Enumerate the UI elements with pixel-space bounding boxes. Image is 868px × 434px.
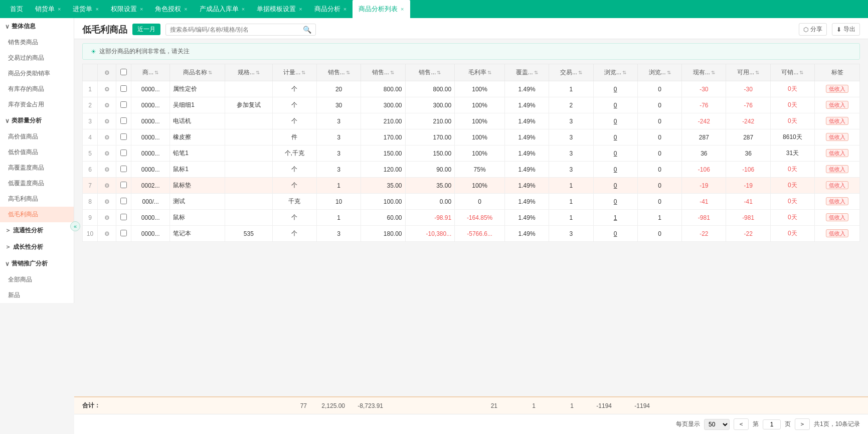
row-gear[interactable]: ⚙: [98, 194, 116, 210]
close-icon[interactable]: ×: [299, 6, 302, 12]
sidebar-wrapper: ∨ 整体信息 销售类商品 交易过的商品 商品分类助销率 有库存的商品 库存资金占…: [0, 18, 74, 434]
search-input[interactable]: [170, 26, 303, 33]
sidebar-item-traded-goods[interactable]: 交易过的商品: [0, 50, 74, 66]
row-current-stock: -76: [682, 97, 726, 113]
nav-item-template[interactable]: 单据模板设置 ×: [251, 0, 308, 18]
row-gear[interactable]: ⚙: [98, 81, 116, 97]
row-current-stock: -242: [682, 113, 726, 129]
sidebar-group-flow[interactable]: ＞ 流通性分析: [0, 222, 74, 239]
row-code: 0000...: [131, 226, 170, 242]
page-label: 第: [753, 420, 759, 428]
total-views2: 1: [544, 402, 574, 409]
row-checkbox[interactable]: [116, 146, 131, 162]
row-gear[interactable]: ⚙: [98, 178, 116, 194]
row-current-stock: -30: [682, 81, 726, 97]
row-unit: 千克: [272, 194, 316, 210]
sidebar-item-high-margin[interactable]: 高毛利商品: [0, 191, 74, 207]
sidebar-item-stocked-goods[interactable]: 有库存的商品: [0, 81, 74, 97]
sidebar-item-all-goods[interactable]: 全部商品: [0, 272, 74, 287]
page-end-label: 页: [785, 420, 791, 428]
row-checkbox[interactable]: [116, 81, 131, 97]
nav-item-home[interactable]: 首页: [4, 0, 29, 18]
row-saleable: 0天: [770, 210, 814, 226]
next-page-button[interactable]: ＞: [795, 418, 810, 430]
nav-item-analysis[interactable]: 商品分析 ×: [308, 0, 353, 18]
time-filter-button[interactable]: 近一月: [132, 24, 160, 35]
close-icon[interactable]: ×: [184, 6, 187, 12]
close-icon[interactable]: ×: [343, 6, 346, 12]
sidebar-group-growth[interactable]: ＞ 成长性分析: [0, 239, 74, 255]
nav-item-purchase[interactable]: 进货单 ×: [67, 0, 104, 18]
unit-column-header: 计量...⇅: [272, 64, 316, 81]
row-gear[interactable]: ⚙: [98, 210, 116, 226]
row-gear[interactable]: ⚙: [98, 113, 116, 129]
share-button[interactable]: ⬡ 分享: [799, 23, 827, 36]
row-gear[interactable]: ⚙: [98, 129, 116, 146]
row-number: 2: [83, 97, 98, 113]
settings-column-header[interactable]: ⚙: [98, 64, 116, 81]
row-unit: 个: [272, 178, 316, 194]
search-icon[interactable]: 🔍: [303, 26, 311, 34]
row-spec: [225, 113, 272, 129]
checkbox-column-header[interactable]: [116, 64, 131, 81]
row-checkbox[interactable]: [116, 226, 131, 242]
close-icon[interactable]: ×: [58, 6, 61, 12]
row-gear[interactable]: ⚙: [98, 162, 116, 178]
nav-item-permission[interactable]: 权限设置 ×: [105, 0, 149, 18]
sidebar-item-high-coverage[interactable]: 高覆盖度商品: [0, 160, 74, 176]
gross-margin-column-header: 毛利率⇅: [455, 64, 505, 81]
row-coverage: 1.49%: [504, 178, 549, 194]
close-icon[interactable]: ×: [95, 6, 98, 12]
code-column-header: 商...⇅: [131, 64, 170, 81]
sidebar-collapse-button[interactable]: «: [70, 221, 80, 231]
close-icon[interactable]: ×: [242, 6, 245, 12]
row-gear[interactable]: ⚙: [98, 226, 116, 242]
page-title: 低毛利商品: [82, 24, 127, 36]
sidebar-item-low-value[interactable]: 低价值商品: [0, 144, 74, 160]
total-available: -1194: [620, 402, 650, 409]
sidebar-item-low-margin[interactable]: 低毛利商品: [0, 207, 74, 222]
close-icon[interactable]: ×: [401, 6, 404, 12]
row-checkbox[interactable]: [116, 97, 131, 113]
row-available: -41: [726, 194, 770, 210]
sidebar-item-new-goods[interactable]: 新品: [0, 287, 74, 303]
nav-item-role[interactable]: 角色授权 ×: [149, 0, 193, 18]
row-spec: [225, 210, 272, 226]
row-views1: 0: [593, 81, 637, 97]
row-checkbox[interactable]: [116, 129, 131, 146]
row-spec: [225, 162, 272, 178]
prev-page-button[interactable]: ＜: [734, 418, 749, 430]
row-checkbox[interactable]: [116, 162, 131, 178]
sidebar-item-high-value[interactable]: 高价值商品: [0, 129, 74, 144]
row-trade: 2: [549, 97, 593, 113]
sidebar-group-marketing[interactable]: ∨ 营销推广分析: [0, 255, 74, 272]
row-available: -30: [726, 81, 770, 97]
nav-item-analysis-list[interactable]: 商品分析列表 ×: [353, 0, 410, 18]
sidebar-item-low-coverage[interactable]: 低覆盖度商品: [0, 176, 74, 191]
row-gross-margin: 0: [455, 194, 505, 210]
page-size-select[interactable]: 50 100 200: [704, 419, 730, 430]
row-checkbox[interactable]: [116, 178, 131, 194]
row-gear[interactable]: ⚙: [98, 146, 116, 162]
table-row: 7 ⚙ 0002... 鼠标垫 个 1 35.00 35.00 100% 1.4…: [83, 178, 860, 194]
sidebar-group-overview[interactable]: ∨ 整体信息: [0, 18, 74, 35]
sidebar-item-category-rate[interactable]: 商品分类助销率: [0, 66, 74, 81]
row-gear[interactable]: ⚙: [98, 97, 116, 113]
sidebar-group-cluster[interactable]: ∨ 类群量分析: [0, 112, 74, 129]
row-checkbox[interactable]: [116, 113, 131, 129]
row-sales-qty: 3: [316, 226, 361, 242]
export-button[interactable]: ⬇ 导出: [832, 23, 860, 36]
sidebar-item-sales-goods[interactable]: 销售类商品: [0, 35, 74, 50]
select-all-checkbox[interactable]: [120, 69, 127, 75]
page-number-input[interactable]: [763, 419, 781, 429]
row-sales-qty: 3: [316, 129, 361, 146]
close-icon[interactable]: ×: [140, 6, 143, 12]
nav-item-sales[interactable]: 销货单 ×: [29, 0, 67, 18]
row-checkbox[interactable]: [116, 210, 131, 226]
spec-column-header: 规格...⇅: [225, 64, 272, 81]
sidebar-item-stock-capital[interactable]: 库存资金占用: [0, 97, 74, 112]
row-name: 铅笔1: [170, 146, 225, 162]
row-checkbox[interactable]: [116, 194, 131, 210]
row-coverage: 1.49%: [504, 162, 549, 178]
nav-item-product-entry[interactable]: 产成品入库单 ×: [194, 0, 251, 18]
